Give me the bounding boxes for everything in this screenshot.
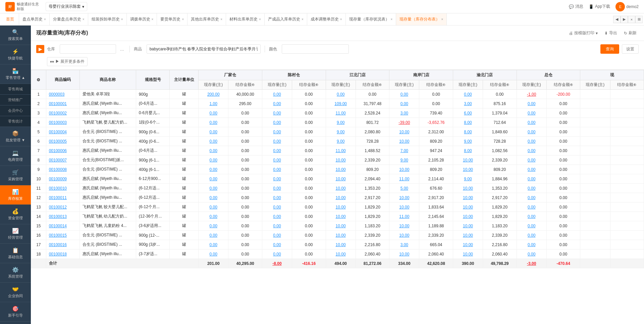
warehouse-input[interactable] — [60, 44, 116, 54]
cell-wh4-qty[interactable]: 3.00 — [389, 108, 419, 118]
sidebar-item-ecom[interactable]: 💻 电商管理 — [0, 146, 31, 166]
sidebar-item-retail-shop[interactable]: 零售商城 — [0, 84, 31, 95]
cell-wh2-qty[interactable]: 0.00 — [262, 90, 292, 99]
cell-wh1-qty[interactable]: 0.00 — [199, 127, 228, 137]
cell-wh1-qty[interactable]: 0.00 — [199, 137, 228, 146]
cell-total-qty[interactable]: 0.00 — [517, 108, 546, 118]
cell-wh1-qty[interactable]: 0.00 — [199, 155, 228, 165]
cell-wh3-qty[interactable]: 10.00 — [326, 193, 356, 202]
cell-wh3-qty[interactable]: 10.00 — [326, 249, 356, 259]
cell-wh5-qty[interactable]: 8.00 — [453, 118, 483, 127]
cell-wh3-qty[interactable]: 9.00 — [326, 118, 356, 127]
close-icon[interactable]: × — [259, 17, 261, 21]
close-icon[interactable]: × — [121, 17, 123, 21]
cell-total-qty[interactable]: 0.00 — [517, 174, 546, 184]
cell-code[interactable]: 00100015 — [46, 231, 79, 240]
cell-wh3-qty[interactable]: 10.00 — [326, 174, 356, 184]
sidebar-item-retail-stats[interactable]: 零售统计 — [0, 116, 31, 127]
cell-code[interactable]: 00100013 — [46, 212, 79, 221]
cell-wh1-qty[interactable]: 0.00 — [199, 174, 228, 184]
cell-wh5-qty[interactable]: 10.00 — [453, 221, 483, 231]
cell-code[interactable]: 00100012 — [46, 202, 79, 212]
cell-wh2-qty[interactable]: 0.00 — [262, 212, 292, 221]
cell-wh2-qty[interactable]: 0.00 — [262, 146, 292, 155]
cell-code[interactable]: 00100004 — [46, 127, 79, 137]
cell-wh3-qty[interactable]: 10.00 — [326, 221, 356, 231]
cell-wh1-qty[interactable]: 0.00 — [199, 249, 228, 259]
sidebar-item-wholesale[interactable]: 📦 批发管理 ▼ — [0, 127, 31, 146]
cell-total-qty[interactable]: 0.00 — [517, 146, 546, 155]
cell-wh4-qty[interactable]: 0.00 — [389, 90, 419, 99]
cell-wh3-qty[interactable]: 109.00 — [326, 99, 356, 108]
cell-wh1-qty[interactable]: 0.00 — [199, 146, 228, 155]
cell-code[interactable]: 00100003 — [46, 118, 79, 127]
cell-wh2-qty[interactable]: 0.00 — [262, 155, 292, 165]
tab-stock-status[interactable]: 现存量（库存状况表） × — [346, 13, 396, 25]
sidebar-item-marketing[interactable]: 营销推广 — [0, 95, 31, 105]
message-button[interactable]: 💬 消息 — [569, 4, 583, 9]
cell-code[interactable]: 00100005 — [46, 137, 79, 146]
cell-total-qty[interactable]: 0.00 — [517, 249, 546, 259]
cell-wh5-qty[interactable]: 3.00 — [453, 99, 483, 108]
cell-wh5-qty[interactable]: 10.00 — [453, 165, 483, 174]
cell-wh1-qty[interactable]: 200.00 — [199, 90, 228, 99]
cell-wh5-qty[interactable]: 10.00 — [453, 231, 483, 240]
nav-next-button[interactable]: ▶ — [621, 16, 628, 23]
cell-wh1-qty[interactable]: 0.00 — [199, 118, 228, 127]
cell-total-qty[interactable]: 0.00 — [517, 202, 546, 212]
app-download-button[interactable]: 📱 App下载 — [589, 4, 610, 9]
cell-wh4-qty[interactable]: 10.00 — [389, 127, 419, 137]
sidebar-item-quick[interactable]: ⚡ 快捷导航 — [0, 45, 31, 64]
cell-wh5-qty[interactable]: 10.00 — [453, 193, 483, 202]
cell-wh5-qty[interactable]: 9.00 — [453, 137, 483, 146]
cell-wh3-qty[interactable]: 10.00 — [326, 240, 356, 249]
sidebar-item-basic[interactable]: 📋 基础信息 — [0, 244, 31, 263]
cell-wh5-qty[interactable]: 8.00 — [453, 127, 483, 137]
cell-wh4-qty[interactable]: 11.00 — [389, 212, 419, 221]
close-icon[interactable]: × — [441, 17, 443, 21]
tab-stock-dist[interactable]: 现存量（库存分布表） × — [396, 13, 447, 25]
cell-code[interactable]: 00100014 — [46, 221, 79, 231]
sidebar-item-member[interactable]: 会员中心 — [0, 105, 31, 116]
cell-wh5-qty[interactable]: 6.00 — [453, 108, 483, 118]
cell-wh1-qty[interactable]: 0.00 — [199, 108, 228, 118]
close-icon[interactable]: × — [182, 17, 184, 21]
cell-wh1-qty[interactable]: 0.00 — [199, 202, 228, 212]
cell-wh2-qty[interactable]: 0.00 — [262, 231, 292, 240]
cell-wh1-qty[interactable]: 0.00 — [199, 165, 228, 174]
sidebar-item-search[interactable]: 🔍 搜索英单 — [0, 26, 31, 45]
tab-cost-adjust[interactable]: 成本调整单历史 × — [307, 13, 346, 25]
cell-wh3-qty[interactable]: 10.00 — [326, 212, 356, 221]
cell-total-qty[interactable]: 0.00 — [517, 193, 546, 202]
cell-code[interactable]: 00100001 — [46, 99, 79, 108]
store-selector[interactable]: 母婴行业演示陈套 ▾ — [46, 2, 87, 11]
cell-wh3-qty[interactable]: 10.00 — [326, 155, 356, 165]
close-icon[interactable]: × — [220, 17, 222, 21]
cell-wh3-qty[interactable]: 10.00 — [326, 184, 356, 193]
tab-stock-list[interactable]: 盘点单历史 × — [19, 13, 50, 25]
cell-wh2-qty[interactable]: 0.00 — [262, 165, 292, 174]
tab-disassemble[interactable]: 组装拆卸单历史 × — [88, 13, 127, 25]
print-button[interactable]: 🖨 按模版打印 ▾ — [567, 29, 600, 37]
cell-wh2-qty[interactable]: 0.00 — [262, 184, 292, 193]
nav-close-all-button[interactable]: × — [628, 16, 635, 23]
cell-wh5-qty[interactable]: 9.00 — [453, 174, 483, 184]
cell-total-qty[interactable]: 0.00 — [517, 118, 546, 127]
cell-code[interactable]: 00100007 — [46, 155, 79, 165]
cell-wh1-qty[interactable]: 0.00 — [199, 184, 228, 193]
cell-wh2-qty[interactable]: 0.00 — [262, 108, 292, 118]
tab-mat-out[interactable]: 材料出库单历史 × — [226, 13, 265, 25]
cell-wh3-qty[interactable]: 9.00 — [326, 127, 356, 137]
cell-wh4-qty[interactable]: 11.00 — [389, 174, 419, 184]
close-icon[interactable]: × — [302, 17, 304, 21]
cell-total-qty[interactable]: 0.00 — [517, 231, 546, 240]
cell-wh1-qty[interactable]: 0.00 — [199, 212, 228, 221]
tab-requisition[interactable]: 要货单历史 × — [157, 13, 187, 25]
cell-total-qty[interactable]: 0.00 — [517, 165, 546, 174]
cell-wh1-qty[interactable]: 0.00 — [199, 193, 228, 202]
cell-wh4-qty[interactable]: 10.00 — [389, 165, 419, 174]
tab-transfer[interactable]: 调拨单历史 × — [127, 13, 157, 25]
cell-wh4-qty[interactable]: -39.00 — [389, 118, 419, 127]
cell-wh3-qty[interactable]: 9.00 — [326, 137, 356, 146]
cell-wh2-qty[interactable]: 0.00 — [262, 174, 292, 184]
